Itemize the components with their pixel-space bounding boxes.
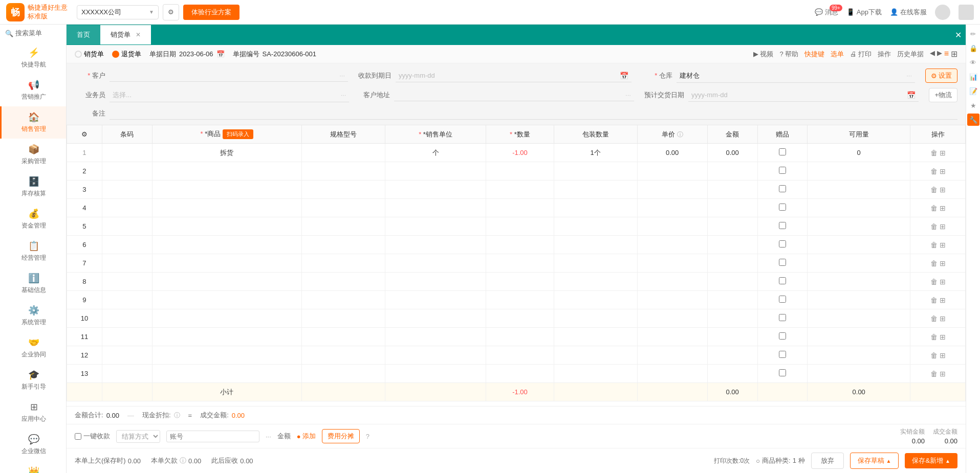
gift-checkbox[interactable]	[779, 222, 786, 229]
copy-icon-1[interactable]: ⊞	[940, 149, 946, 157]
gift-checkbox[interactable]	[779, 369, 786, 376]
right-tool-chart[interactable]: 📊	[967, 71, 979, 83]
delete-icon[interactable]: 🗑	[930, 241, 938, 249]
video-btn[interactable]: ▶ 视频	[753, 50, 773, 59]
tab-home[interactable]: 首页	[67, 25, 100, 44]
delete-icon-1[interactable]: 🗑	[930, 149, 938, 157]
sidebar-item-quick-nav[interactable]: ⚡ 快捷导航	[0, 42, 66, 74]
sidebar-item-app-center[interactable]: ⊞ 应用中心	[0, 396, 66, 429]
customer-input[interactable]: ···	[110, 70, 348, 82]
avatar[interactable]	[935, 5, 950, 20]
delete-icon[interactable]: 🗑	[930, 278, 938, 286]
salesperson-input[interactable]: 选择... ···	[110, 88, 349, 102]
gift-checkbox[interactable]	[779, 314, 786, 321]
copy-icon[interactable]: ⊞	[940, 241, 946, 249]
sidebar-item-marketing[interactable]: 📢 营销推广	[0, 74, 66, 106]
right-tool-lock[interactable]: 🔒	[967, 42, 979, 54]
sidebar-item-system[interactable]: ⚙️ 系统管理	[0, 300, 66, 332]
cell-price-1[interactable]: 0.00	[637, 144, 707, 162]
warehouse-input[interactable]: 建材仓 ···	[677, 69, 915, 83]
save-new-button[interactable]: 保存&新增 ▲	[905, 453, 957, 468]
gift-checkbox[interactable]	[779, 185, 786, 192]
sidebar-item-inventory[interactable]: 🗄️ 库存核算	[0, 171, 66, 203]
cell-spec-1[interactable]	[301, 144, 385, 162]
view-list-icon[interactable]: ≡	[944, 49, 949, 59]
gift-checkbox[interactable]	[779, 240, 786, 247]
copy-icon[interactable]: ⊞	[940, 314, 946, 323]
cell-pack-1[interactable]: 1个	[554, 144, 637, 162]
scan-button[interactable]: 扫码录入	[223, 129, 253, 139]
sidebar-search[interactable]: 🔍 搜索菜单	[0, 25, 66, 42]
delete-icon[interactable]: 🗑	[930, 370, 938, 378]
right-tool-active[interactable]: 🔧	[967, 114, 979, 126]
gift-checkbox[interactable]	[779, 167, 786, 174]
delete-icon[interactable]: 🗑	[930, 296, 938, 304]
customer-address-input[interactable]: ···	[394, 89, 634, 101]
col-gear[interactable]: ⚙	[67, 125, 102, 144]
delete-icon[interactable]: 🗑	[930, 204, 938, 212]
delete-icon[interactable]: 🗑	[930, 259, 938, 267]
copy-icon[interactable]: ⊞	[940, 186, 946, 194]
gift-checkbox-1[interactable]	[779, 148, 786, 155]
sidebar-item-sales[interactable]: 🏠 销售管理	[0, 106, 66, 139]
gift-checkbox[interactable]	[779, 204, 786, 211]
view-icon-2[interactable]: ▶	[937, 49, 942, 59]
tab-close-icon[interactable]: ✕	[136, 31, 141, 38]
one-click-payment[interactable]: 一键收款	[75, 432, 110, 441]
delete-icon[interactable]: 🗑	[930, 186, 938, 194]
print-btn[interactable]: 🖨 打印	[850, 50, 872, 59]
calendar-icon[interactable]: 📅	[216, 50, 225, 58]
expected-date-icon[interactable]: 📅	[907, 91, 916, 99]
delete-icon[interactable]: 🗑	[930, 167, 938, 175]
user-menu[interactable]	[959, 5, 974, 20]
right-tool-eye[interactable]: 👁	[967, 56, 979, 69]
copy-icon[interactable]: ⊞	[940, 351, 946, 359]
account-input[interactable]	[166, 431, 259, 442]
discard-button[interactable]: 放弃	[811, 453, 844, 469]
company-select[interactable]: XXXXXX公司 ▼	[77, 5, 159, 19]
sidebar-item-finance[interactable]: 💰 资金管理	[0, 203, 66, 235]
sidebar-item-purchase[interactable]: 📦 采购管理	[0, 139, 66, 171]
delete-icon[interactable]: 🗑	[930, 314, 938, 323]
copy-icon[interactable]: ⊞	[940, 278, 946, 286]
settings-gear-button[interactable]: ⚙	[163, 4, 179, 20]
right-tool-note[interactable]: 📝	[967, 85, 979, 97]
add-payment-button[interactable]: ● 添加	[297, 432, 316, 441]
select-order-btn[interactable]: 选单	[831, 50, 844, 59]
view-grid-icon[interactable]: ⊞	[951, 49, 957, 59]
copy-icon[interactable]: ⊞	[940, 370, 946, 378]
expense-split-button[interactable]: 费用分摊	[322, 429, 360, 443]
app-download-item[interactable]: 📱 App下载	[846, 8, 882, 17]
copy-icon[interactable]: ⊞	[940, 296, 946, 304]
tab-sales-order[interactable]: 销货单 ✕	[100, 25, 151, 44]
online-service-item[interactable]: 👤 在线客服	[890, 8, 927, 17]
radio-return-order[interactable]: 退货单	[112, 50, 141, 59]
cell-qty-1[interactable]: -1.00	[486, 144, 554, 162]
payment-method-select[interactable]: 结算方式	[116, 430, 160, 443]
sidebar-item-guide[interactable]: 🎓 新手引导	[0, 364, 66, 396]
gift-checkbox[interactable]	[779, 351, 786, 358]
history-btn[interactable]: 历史单据	[897, 50, 924, 59]
gift-checkbox[interactable]	[779, 259, 786, 266]
gift-checkbox[interactable]	[779, 296, 786, 303]
due-date-calendar-icon[interactable]: 📅	[620, 72, 628, 80]
sidebar-item-operations[interactable]: 📋 经营管理	[0, 235, 66, 267]
delete-icon[interactable]: 🗑	[930, 351, 938, 359]
cell-unit-1[interactable]: 个	[385, 144, 486, 162]
cell-gift-1[interactable]	[757, 144, 808, 162]
window-close-button[interactable]: ✕	[955, 31, 962, 39]
sidebar-item-enterprise[interactable]: 🤝 企业协同	[0, 332, 66, 364]
copy-icon[interactable]: ⊞	[940, 259, 946, 267]
delete-icon[interactable]: 🗑	[930, 222, 938, 231]
radio-sales-order[interactable]: 销货单	[75, 50, 104, 59]
logistics-button[interactable]: +物流	[929, 88, 957, 102]
gift-checkbox[interactable]	[779, 277, 786, 284]
copy-icon[interactable]: ⊞	[940, 222, 946, 231]
remark-input[interactable]	[110, 107, 957, 120]
delete-icon[interactable]: 🗑	[930, 333, 938, 341]
right-tool-edit[interactable]: ✏	[967, 28, 979, 40]
trial-button[interactable]: 体验行业方案	[183, 5, 239, 20]
cell-product-1[interactable]: 拆货	[152, 144, 301, 162]
copy-icon[interactable]: ⊞	[940, 204, 946, 212]
view-icon-1[interactable]: ◀	[930, 49, 935, 59]
